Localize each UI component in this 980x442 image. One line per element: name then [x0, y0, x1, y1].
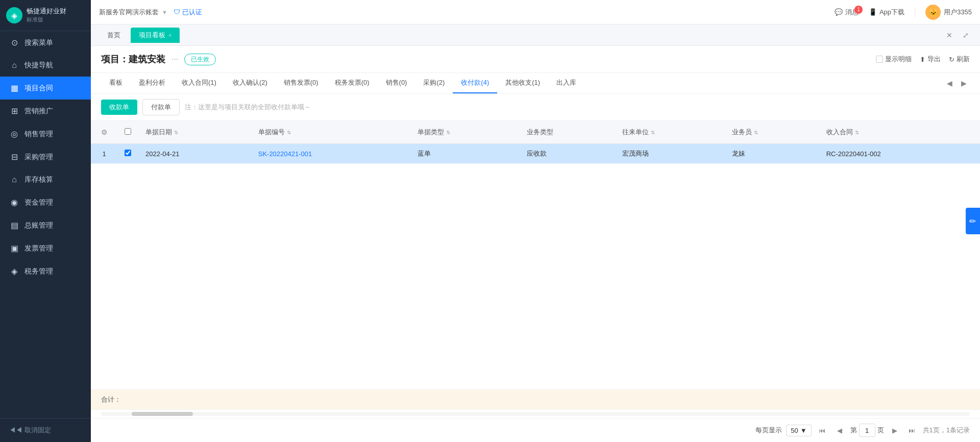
table-scrollbar-row [91, 409, 980, 418]
page-size-arrow: ▼ [800, 427, 807, 434]
subtab-other-income-label: 其他收支(1) [505, 79, 540, 86]
project-name: 建筑安装 [129, 54, 165, 64]
staff-sort-icon[interactable]: ⇅ [754, 130, 758, 135]
subtab-sales-invoice[interactable]: 销售发票(0) [276, 73, 327, 93]
unpin-label: ◀◀ 取消固定 [9, 426, 51, 435]
subtab-income-contract[interactable]: 收入合同(1) [174, 73, 225, 93]
show-detail-action[interactable]: 显示明细 [876, 55, 912, 64]
sidebar: ◈ 畅捷通好业财 标准版 ⊙ 搜索菜单 ⌂ 快捷导航 ▦ 项目合同 ⊞ 营销推广… [0, 0, 91, 442]
income-contract-sort-icon[interactable]: ⇅ [855, 130, 859, 135]
receipt-button[interactable]: 收款单 [101, 100, 137, 115]
next-page-button[interactable]: ▶ [888, 424, 901, 437]
subtab-next-button[interactable]: ▶ [958, 77, 970, 89]
close-window-button[interactable]: ✕ [943, 29, 955, 41]
sidebar-label-search: 搜索菜单 [24, 38, 53, 47]
subtab-sales[interactable]: 销售(0) [378, 73, 415, 93]
avatar: 🐱 [925, 5, 941, 20]
subtab-kanban[interactable]: 看板 [101, 73, 131, 93]
sidebar-item-project-contract[interactable]: ▦ 项目合同 [0, 77, 91, 100]
tab-project-board[interactable]: 项目看板 × [131, 28, 180, 43]
tab-home[interactable]: 首页 [99, 28, 129, 43]
scrollbar-thumb[interactable] [132, 412, 193, 416]
sidebar-item-inventory[interactable]: ⌂ 库存核算 [0, 168, 91, 191]
sidebar-item-invoice[interactable]: ▣ 发票管理 [0, 237, 91, 260]
account-selector[interactable]: 新服务官网演示账套 ▼ [99, 8, 167, 17]
type-sort-icon[interactable]: ⇅ [446, 130, 450, 135]
purchase-icon: ⊟ [9, 152, 19, 162]
sidebar-item-shortcut[interactable]: ⌂ 快捷导航 [0, 54, 91, 77]
sidebar-label-ledger: 总账管理 [24, 221, 53, 230]
row-checkbox-cell [117, 144, 138, 164]
detail-checkbox[interactable] [876, 56, 883, 63]
select-all-checkbox[interactable] [125, 128, 131, 135]
sidebar-item-sales[interactable]: ◎ 销售管理 [0, 122, 91, 145]
project-more-button[interactable]: ··· [172, 55, 178, 64]
sidebar-item-search[interactable]: ⊙ 搜索菜单 [0, 31, 91, 54]
table-row[interactable]: 1 2022-04-21 SK-20220421-001 蓝单 [91, 144, 980, 164]
sidebar-item-tax[interactable]: ◈ 税务管理 [0, 260, 91, 283]
maximize-button[interactable]: ⤢ [960, 29, 972, 41]
data-table: ⚙ 单据日期 ⇅ [91, 121, 980, 164]
counterpart-sort-icon[interactable]: ⇅ [651, 130, 655, 135]
user-menu[interactable]: 🐱 用户3355 [925, 5, 972, 20]
account-name: 新服务官网演示账套 [99, 8, 159, 17]
row-checkbox[interactable] [125, 150, 131, 156]
project-label: 项目：建筑安装 [101, 53, 165, 65]
subtab-tax-invoice[interactable]: 税务发票(0) [327, 73, 378, 93]
shield-icon: 🛡 [174, 8, 180, 16]
number-sort-icon[interactable]: ⇅ [287, 130, 291, 135]
project-header: 项目：建筑安装 ··· 已生效 显示明细 ⬆ 导出 ↻ 刷新 [91, 46, 980, 73]
tab-close-icon[interactable]: × [168, 32, 172, 38]
gear-settings-button[interactable]: ⚙ [98, 126, 110, 138]
marketing-icon: ⊞ [9, 106, 19, 116]
row-number[interactable]: SK-20220421-001 [251, 144, 410, 164]
sidebar-item-purchase[interactable]: ⊟ 采购管理 [0, 145, 91, 168]
row-staff: 龙妹 [725, 144, 819, 164]
logo-icon: ◈ [11, 11, 17, 20]
message-button[interactable]: 💬 消息 1 [835, 8, 859, 17]
subtab-other-income[interactable]: 其他收支(1) [497, 73, 548, 93]
certified-label: 已认证 [182, 8, 202, 17]
first-page-button[interactable]: ⏮ [816, 424, 829, 437]
account-dropdown-icon: ▼ [162, 9, 167, 15]
sidebar-label-tax: 税务管理 [24, 267, 53, 276]
subtab-in-out-stock[interactable]: 出入库 [548, 73, 584, 93]
subtab-income-confirm[interactable]: 收入确认(2) [225, 73, 276, 93]
show-detail-label: 显示明细 [885, 55, 912, 64]
sidebar-item-marketing[interactable]: ⊞ 营销推广 [0, 100, 91, 122]
export-button[interactable]: ⬆ 导出 [920, 55, 941, 64]
sidebar-item-capital[interactable]: ◉ 资金管理 [0, 191, 91, 214]
home-icon: ⌂ [9, 61, 19, 70]
app-download-button[interactable]: 📱 App下载 [869, 8, 904, 17]
sales-icon: ◎ [9, 129, 19, 139]
subtab-receive-payment[interactable]: 收付款(4) [453, 73, 497, 93]
sidebar-menu: ⊙ 搜索菜单 ⌂ 快捷导航 ▦ 项目合同 ⊞ 营销推广 ◎ 销售管理 ⊟ 采购管… [0, 31, 91, 418]
float-btn-icon: ✏ [968, 216, 978, 226]
refresh-button[interactable]: ↻ 刷新 [949, 55, 970, 64]
date-sort-icon[interactable]: ⇅ [174, 130, 178, 135]
payment-button[interactable]: 付款单 [142, 99, 180, 115]
prev-page-button[interactable]: ◀ [833, 424, 846, 437]
subtab-income-confirm-label: 收入确认(2) [233, 79, 267, 86]
right-float-button[interactable]: ✏ [966, 208, 980, 234]
col-counterpart-label: 往来单位 [622, 128, 649, 137]
col-number-label: 单据编号 [258, 128, 285, 137]
unpin-button[interactable]: ◀◀ 取消固定 [0, 418, 91, 442]
subtab-prev-button[interactable]: ◀ [943, 77, 955, 89]
col-checkbox [117, 121, 138, 144]
col-staff: 业务员 ⇅ [725, 121, 819, 144]
refresh-icon: ↻ [949, 56, 954, 63]
row-biz-type: 应收款 [520, 144, 615, 164]
page-size-select[interactable]: 50 ▼ [786, 425, 811, 436]
last-page-button[interactable]: ⏭ [905, 424, 919, 437]
subtab-purchase[interactable]: 采购(2) [415, 73, 453, 93]
sidebar-item-general-ledger[interactable]: ▤ 总账管理 [0, 214, 91, 237]
topbar-right: 💬 消息 1 📱 App下载 🐱 用户3355 [835, 5, 972, 20]
col-biz-type: 业务类型 [520, 121, 615, 144]
subtab-profit[interactable]: 盈利分析 [131, 73, 174, 93]
list-note: 注：这里是与项目关联的全部收付款单哦～ [185, 103, 311, 112]
page-number-input[interactable] [859, 424, 875, 437]
row-number-link[interactable]: SK-20220421-001 [258, 150, 312, 158]
subtab-tax-invoice-label: 税务发票(0) [335, 79, 370, 86]
subtab-income-contract-label: 收入合同(1) [182, 79, 216, 86]
